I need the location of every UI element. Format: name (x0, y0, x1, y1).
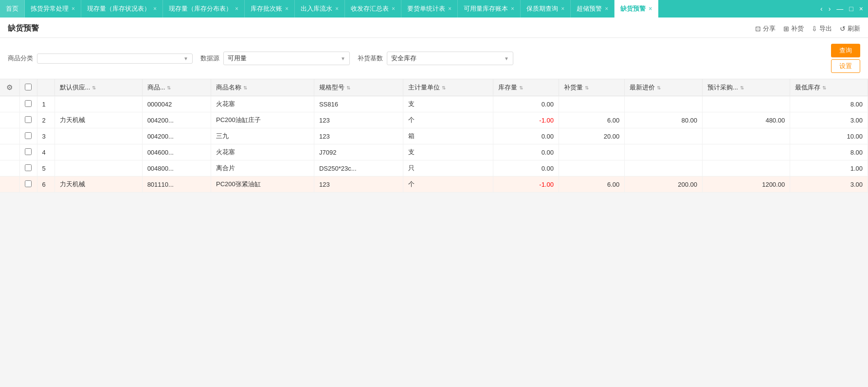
tab-exception[interactable]: 拣货异常处理 × (25, 0, 81, 18)
row-estimated-purchase-cell (703, 144, 790, 160)
th-replenish-qty[interactable]: 补货量 ⇅ (559, 79, 624, 96)
row-checkbox[interactable] (25, 148, 32, 155)
select-all-checkbox[interactable] (25, 84, 32, 90)
tab-receive-summary[interactable]: 收发存汇总表 × (345, 0, 401, 18)
datasource-filter-group: 数据源 可用量 ▼ (200, 52, 350, 65)
tab-next-button[interactable]: › (826, 0, 834, 18)
th-product-name[interactable]: 商品名称 ⇅ (211, 79, 314, 96)
row-stock-qty-cell: -1.00 (493, 176, 559, 193)
tab-minimize-button[interactable]: — (833, 0, 846, 18)
row-checkbox[interactable] (25, 164, 32, 171)
table-row[interactable]: 1 0000042 火花塞 SS816 支 0.00 8.00 (0, 96, 868, 112)
row-min-stock-cell: 10.00 (790, 128, 868, 144)
close-tab-expiry[interactable]: × (561, 5, 564, 12)
replenish-basis-select[interactable]: 安全库存 ▼ (387, 52, 513, 65)
page-title: 缺货预警 (8, 23, 39, 34)
row-checkbox[interactable] (25, 116, 32, 123)
sort-minstock-icon: ⇅ (822, 85, 826, 90)
row-checkbox[interactable] (25, 180, 32, 187)
row-latest-price-cell (625, 128, 703, 144)
tab-maximize-button[interactable]: □ (846, 0, 856, 18)
row-stock-qty-cell: 0.00 (493, 128, 559, 144)
tab-shortage[interactable]: 缺货预警 × (615, 0, 658, 18)
close-tab-order[interactable]: × (448, 5, 452, 12)
row-checkbox[interactable] (25, 100, 32, 107)
tab-prev-button[interactable]: ‹ (817, 0, 826, 18)
row-index-cell: 6 (37, 176, 54, 193)
row-checkbox-cell[interactable] (19, 112, 37, 128)
tab-batch-account[interactable]: 库存批次账 × (245, 0, 295, 18)
refresh-button[interactable]: ↺ 刷新 (840, 24, 860, 33)
close-tab-stock-dist[interactable]: × (235, 5, 238, 12)
th-estimated-purchase[interactable]: 预计采购... ⇅ (703, 79, 790, 96)
table-row[interactable]: 3 004200... 三九 123 箱 0.00 20.00 10.00 (0, 128, 868, 144)
refresh-icon: ↺ (840, 25, 846, 33)
row-checkbox-cell[interactable] (19, 176, 37, 193)
datasource-select[interactable]: 可用量 ▼ (223, 52, 350, 65)
row-gear-cell (0, 112, 19, 128)
close-tab-shortage[interactable]: × (649, 5, 652, 12)
table-row[interactable]: 2 力天机械 004200... PC200油缸庄子 123 个 -1.00 6… (0, 112, 868, 128)
tab-overstock[interactable]: 超储预警 × (571, 0, 615, 18)
tab-order-stats[interactable]: 要货单统计表 × (401, 0, 458, 18)
th-unit[interactable]: 主计量单位 ⇅ (403, 79, 493, 96)
tab-stock-dist[interactable]: 现存量（库存分布表） × (163, 0, 245, 18)
row-checkbox-cell[interactable] (19, 128, 37, 144)
export-button[interactable]: ⇩ 导出 (812, 24, 832, 33)
th-min-stock[interactable]: 最低库存 ⇅ (790, 79, 868, 96)
share-button[interactable]: ⊡ 分享 (755, 24, 776, 33)
close-tab-ledger[interactable]: × (511, 5, 514, 12)
th-gear[interactable]: ⚙ (0, 79, 19, 96)
tab-available-ledger[interactable]: 可用量库存账本 × (458, 0, 521, 18)
page-header: 缺货预警 ⊡ 分享 ⊞ 补货 ⇩ 导出 ↺ 刷新 (0, 18, 868, 38)
row-latest-price-cell (625, 160, 703, 176)
th-spec[interactable]: 规格型号 ⇅ (314, 79, 403, 96)
tab-inout-flow[interactable]: 出入库流水 × (295, 0, 345, 18)
close-tab-batch[interactable]: × (285, 5, 289, 12)
row-checkbox-cell[interactable] (19, 96, 37, 112)
datasource-select-value: 可用量 (228, 54, 247, 63)
close-tab-inout[interactable]: × (335, 5, 339, 12)
row-checkbox-cell[interactable] (19, 144, 37, 160)
row-name-cell: 离合片 (211, 160, 314, 176)
row-checkbox-cell[interactable] (19, 160, 37, 176)
th-default-supplier[interactable]: 默认供应... ⇅ (54, 79, 142, 96)
close-tab-overstock[interactable]: × (605, 5, 608, 12)
category-select[interactable]: ▼ (37, 53, 193, 64)
row-replenish-qty-cell (559, 160, 624, 176)
filter-actions: 查询 设置 (831, 44, 860, 73)
row-gear-cell (0, 96, 19, 112)
close-tab-receive[interactable]: × (392, 5, 395, 12)
row-unit-cell: 支 (403, 96, 493, 112)
close-tab-stock-status[interactable]: × (153, 5, 157, 12)
query-button[interactable]: 查询 (831, 44, 860, 57)
th-latest-price[interactable]: 最新进价 ⇅ (625, 79, 703, 96)
row-supplier-cell (54, 96, 142, 112)
row-replenish-qty-cell (559, 96, 624, 112)
th-stock-qty[interactable]: 库存量 ⇅ (493, 79, 559, 96)
close-tab-exception[interactable]: × (72, 5, 75, 12)
sort-replenish-icon: ⇅ (585, 85, 589, 90)
row-checkbox[interactable] (25, 132, 32, 139)
replenish-button[interactable]: ⊞ 补货 (783, 24, 804, 33)
settings-button[interactable]: 设置 (831, 59, 860, 73)
row-estimated-purchase-cell: 1200.00 (703, 176, 790, 193)
row-gear-cell (0, 176, 19, 193)
tab-stock-status[interactable]: 现存量（库存状况表） × (81, 0, 163, 18)
row-estimated-purchase-cell: 480.00 (703, 112, 790, 128)
tab-expiry[interactable]: 保质期查询 × (521, 0, 571, 18)
table-row[interactable]: 6 力天机械 801110... PC200张紧油缸 123 个 -1.00 6… (0, 176, 868, 193)
row-index-cell: 4 (37, 144, 54, 160)
row-code-cell: 004800... (142, 160, 211, 176)
sort-unit-icon: ⇅ (442, 85, 446, 90)
row-latest-price-cell (625, 96, 703, 112)
table-row[interactable]: 4 004600... 火花塞 J7092 支 0.00 8.00 (0, 144, 868, 160)
data-table: ⚙ 默认供应... ⇅ 商品... ⇅ (0, 79, 868, 193)
tab-home[interactable]: 首页 (0, 0, 25, 18)
th-product-code[interactable]: 商品... ⇅ (142, 79, 211, 96)
row-gear-cell (0, 128, 19, 144)
row-code-cell: 801110... (142, 176, 211, 193)
tab-close-window-button[interactable]: × (856, 0, 866, 18)
table-row[interactable]: 5 004800... 离合片 DS250*23c... 只 0.00 1.00 (0, 160, 868, 176)
main-content: 缺货预警 ⊡ 分享 ⊞ 补货 ⇩ 导出 ↺ 刷新 商品分类 (0, 18, 868, 193)
